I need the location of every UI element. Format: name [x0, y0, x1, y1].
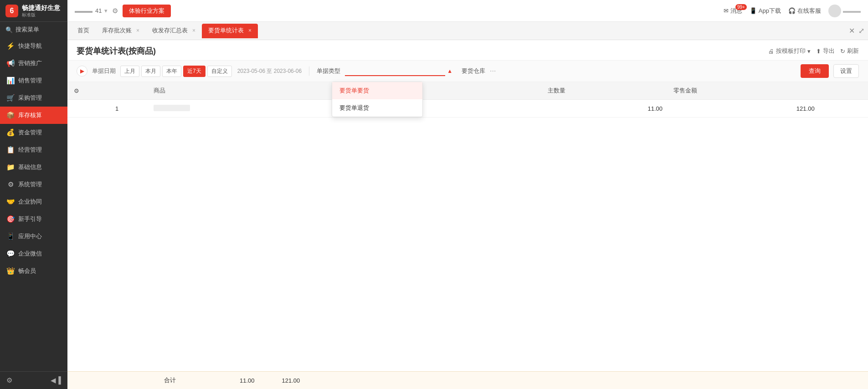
col-settings[interactable]: ⚙ [67, 82, 86, 100]
username-placeholder: ▬▬▬ [843, 7, 861, 14]
app-download-label: App下载 [759, 7, 781, 15]
cell-extra [820, 100, 868, 118]
sidebar-bottom: ⚙ ◀▐ [0, 371, 67, 389]
tab-close-all-icon[interactable]: ✕ [849, 26, 855, 35]
store-selector[interactable]: ▬▬▬ 41 ▾ [75, 7, 108, 14]
sidebar-item-label: 企业微信 [18, 250, 42, 258]
sidebar-item-label: 资金管理 [18, 128, 42, 137]
type-dropdown-menu: 要货单要货 要货单退货 [332, 82, 423, 117]
basic-icon: 📁 [6, 163, 15, 171]
sidebar-item-sales[interactable]: 📊 销售管理 [0, 72, 67, 89]
warehouse-filter-more-icon[interactable]: ··· [490, 67, 496, 75]
cell-quantity: 11.00 [542, 100, 668, 118]
sidebar-search-label: 搜索菜单 [15, 26, 39, 34]
sales-icon: 📊 [6, 77, 15, 85]
cell-amount: 121.00 [668, 100, 820, 118]
user-avatar[interactable]: ▬▬▬ [828, 5, 861, 17]
filter-toggle-button[interactable]: ▶ [77, 66, 87, 77]
topbar: ▬▬▬ 41 ▾ ⚙ 体验行业方案 ✉ 消息 99+ 📱 App下载 🎧 在线客… [67, 0, 868, 22]
query-button[interactable]: 查询 [801, 64, 829, 78]
sidebar-item-guide[interactable]: 🎯 新手引导 [0, 210, 67, 228]
tab-receive-summary-close[interactable]: × [192, 27, 195, 34]
collapse-sidebar-icon[interactable]: ◀▐ [51, 376, 61, 384]
date-btn-custom[interactable]: 自定义 [207, 66, 232, 77]
date-btn-week7[interactable]: 近7天 [183, 66, 205, 77]
app-download-button[interactable]: 📱 App下载 [750, 7, 781, 15]
sidebar-item-label: 快捷导航 [18, 42, 42, 50]
tab-expand-icon[interactable]: ⤢ [858, 26, 864, 35]
sidebar-nav: ⚡ 快捷导航 📢 营销推广 📊 销售管理 🛒 采购管理 📦 库存核算 💰 资金管… [0, 37, 67, 371]
store-label: ▬▬▬ [75, 7, 92, 14]
operations-icon: 📋 [6, 146, 15, 154]
sidebar-item-purchase[interactable]: 🛒 采购管理 [0, 89, 67, 107]
footer-amount: 121.00 [282, 377, 300, 384]
type-filter-container: ▲ [345, 67, 452, 76]
online-service-button[interactable]: 🎧 在线客服 [788, 7, 821, 15]
sidebar-item-inventory[interactable]: 📦 库存核算 [0, 107, 67, 124]
footer-quantity: 11.00 [240, 377, 255, 384]
filter-divider [309, 67, 309, 76]
tab-order-stats[interactable]: 要货单统计表 × [202, 24, 258, 38]
page-header: 要货单统计表(按商品) 🖨 按模板打印 ▾ ⬆ 导出 ↻ 刷新 [67, 40, 868, 60]
sidebar-item-system[interactable]: ⚙ 系统管理 [0, 176, 67, 193]
system-icon: ⚙ [6, 180, 15, 189]
export-button[interactable]: ⬆ 导出 [816, 47, 835, 55]
sidebar-item-basic[interactable]: 📁 基础信息 [0, 159, 67, 176]
marketing-icon: 📢 [6, 59, 15, 67]
enterprise-icon: 🤝 [6, 198, 15, 206]
main-content: ▬▬▬ 41 ▾ ⚙ 体验行业方案 ✉ 消息 99+ 📱 App下载 🎧 在线客… [67, 0, 868, 389]
sidebar-item-appstore[interactable]: 📱 应用中心 [0, 228, 67, 245]
settings-button[interactable]: 设置 [833, 64, 859, 78]
sidebar-item-label: 销售管理 [18, 77, 42, 85]
date-btn-up[interactable]: 上月 [120, 66, 139, 77]
date-buttons: 上月 本月 本年 近7天 自定义 [120, 66, 232, 77]
messages-button[interactable]: ✉ 消息 99+ [724, 7, 742, 15]
table-row: 1 块 11.00 121.00 [67, 100, 868, 118]
search-icon: 🔍 [5, 26, 13, 33]
settings-icon[interactable]: ⚙ [6, 376, 12, 384]
sidebar-item-member[interactable]: 👑 畅会员 [0, 262, 67, 280]
product-placeholder [154, 105, 190, 111]
app-name: 畅捷通好生意 [22, 4, 60, 12]
tab-home[interactable]: 首页 [71, 24, 96, 38]
guide-icon: 🎯 [6, 215, 15, 223]
inventory-icon: 📦 [6, 111, 15, 119]
topbar-gear-icon[interactable]: ⚙ [112, 7, 118, 15]
page-area: 要货单统计表(按商品) 🖨 按模板打印 ▾ ⬆ 导出 ↻ 刷新 ▶ [67, 40, 868, 389]
tab-inventory-batch-label: 库存批次账 [102, 26, 132, 35]
sidebar-item-shortcut[interactable]: ⚡ 快捷导航 [0, 37, 67, 55]
store-dropdown-icon: ▾ [104, 7, 108, 14]
type-filter-arrow-icon[interactable]: ▲ [447, 68, 452, 74]
sidebar-item-finance[interactable]: 💰 资金管理 [0, 124, 67, 141]
tab-order-stats-close[interactable]: × [248, 27, 252, 34]
sidebar-search[interactable]: 🔍 搜索菜单 [0, 22, 67, 37]
tab-receive-summary[interactable]: 收发存汇总表 × [146, 24, 202, 38]
promo-button[interactable]: 体验行业方案 [123, 5, 171, 17]
type-filter-input[interactable] [345, 67, 445, 76]
sidebar-item-enterprise[interactable]: 🤝 企业协同 [0, 193, 67, 210]
sidebar-item-label: 应用中心 [18, 232, 42, 241]
tabs-bar: 首页 库存批次账 × 收发存汇总表 × 要货单统计表 × ✕ ⤢ [67, 22, 868, 40]
print-template-button[interactable]: 🖨 按模板打印 ▾ [768, 47, 811, 55]
print-label: 按模板打印 [776, 47, 806, 55]
tab-inventory-batch-close[interactable]: × [136, 27, 139, 34]
tab-inventory-batch[interactable]: 库存批次账 × [96, 24, 146, 38]
dropdown-item-order-return[interactable]: 要货单退货 [332, 99, 422, 117]
sidebar-item-operations[interactable]: 📋 经营管理 [0, 141, 67, 159]
sidebar-item-label: 畅会员 [18, 267, 36, 275]
member-icon: 👑 [6, 267, 15, 275]
sidebar-item-wechat[interactable]: 💬 企业微信 [0, 245, 67, 262]
table-header-row: ⚙ 商品 主计量单位 主数量 零售金额 [67, 82, 868, 100]
date-filter-label: 单据日期 [92, 67, 116, 75]
sidebar-item-label: 新手引导 [18, 215, 42, 223]
sidebar-item-marketing[interactable]: 📢 营销推广 [0, 55, 67, 72]
appstore-icon: 📱 [6, 232, 15, 241]
date-btn-year[interactable]: 本年 [162, 66, 181, 77]
online-service-label: 在线客服 [797, 7, 821, 15]
refresh-button[interactable]: ↻ 刷新 [840, 47, 859, 55]
sidebar-item-label: 基础信息 [18, 163, 42, 171]
dropdown-item-order-goods[interactable]: 要货单要货 [332, 82, 422, 99]
date-btn-current[interactable]: 本月 [141, 66, 160, 77]
filter-bar: ▶ 单据日期 上月 本月 本年 近7天 自定义 2023-05-06 至 202… [67, 60, 868, 82]
store-number: 41 [95, 7, 102, 14]
